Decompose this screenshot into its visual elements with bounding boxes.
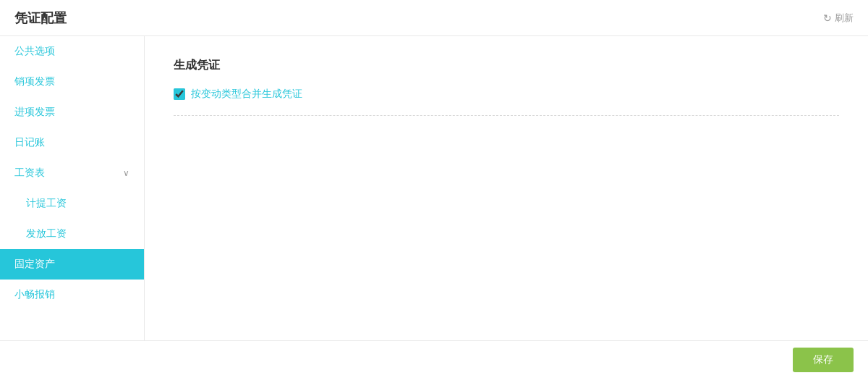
sidebar-item-label: 发放工资 [26, 227, 67, 240]
refresh-label: 刷新 [835, 12, 854, 25]
sidebar-item-fixed-assets[interactable]: 固定资产 [0, 249, 144, 280]
sidebar-item-label: 工资表 [14, 167, 45, 180]
merge-by-type-label[interactable]: 按变动类型合并生成凭证 [191, 88, 302, 101]
sidebar-item-label: 日记账 [14, 136, 45, 149]
content-area: 生成凭证 按变动类型合并生成凭证 [145, 36, 868, 340]
refresh-button[interactable]: ↻ 刷新 [823, 12, 854, 25]
sidebar-item-payroll-provision[interactable]: 计提工资 [0, 188, 144, 219]
sidebar-item-label: 进项发票 [14, 106, 55, 119]
sidebar-item-public-options[interactable]: 公共选项 [0, 36, 144, 67]
footer: 保存 [0, 340, 868, 378]
checkbox-row: 按变动类型合并生成凭证 [174, 88, 839, 101]
sidebar-item-expense-report[interactable]: 小畅报销 [0, 280, 144, 310]
sidebar-item-label: 公共选项 [14, 45, 55, 58]
chevron-down-icon: ∨ [123, 168, 129, 178]
sidebar-item-sales-invoice[interactable]: 销项发票 [0, 67, 144, 97]
content-divider [174, 115, 839, 116]
merge-by-type-checkbox[interactable] [174, 88, 185, 100]
main-content: 公共选项销项发票进项发票日记账工资表∨计提工资发放工资固定资产小畅报销 生成凭证… [0, 36, 868, 340]
sidebar-item-payroll[interactable]: 工资表∨ [0, 158, 144, 188]
page-title: 凭证配置 [14, 9, 67, 27]
save-button[interactable]: 保存 [793, 348, 854, 372]
sidebar-item-label: 小畅报销 [14, 288, 55, 301]
header: 凭证配置 ↻ 刷新 [0, 0, 868, 36]
sidebar-item-label: 固定资产 [14, 258, 55, 271]
sidebar-item-label: 计提工资 [26, 197, 67, 210]
page-container: 凭证配置 ↻ 刷新 公共选项销项发票进项发票日记账工资表∨计提工资发放工资固定资… [0, 0, 868, 378]
sidebar-item-journal[interactable]: 日记账 [0, 127, 144, 158]
sidebar-item-payroll-distribution[interactable]: 发放工资 [0, 219, 144, 249]
section-title: 生成凭证 [174, 58, 839, 73]
sidebar-item-purchase-invoice[interactable]: 进项发票 [0, 97, 144, 127]
refresh-icon: ↻ [823, 12, 832, 24]
sidebar: 公共选项销项发票进项发票日记账工资表∨计提工资发放工资固定资产小畅报销 [0, 36, 145, 340]
sidebar-item-label: 销项发票 [14, 75, 55, 88]
